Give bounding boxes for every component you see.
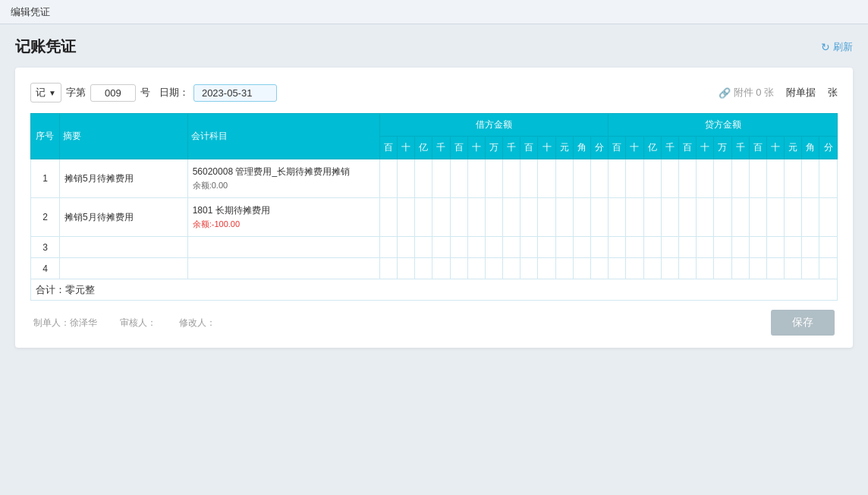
credit-cell-11[interactable] — [785, 258, 802, 279]
debit-cell-6[interactable] — [467, 237, 485, 258]
debit-cell-6[interactable] — [467, 159, 485, 198]
debit-cell-6[interactable] — [467, 198, 485, 237]
debit-cell-11[interactable] — [555, 159, 573, 198]
cell-summary[interactable]: 摊销5月待摊费用 — [59, 198, 187, 237]
credit-cell-3[interactable] — [643, 237, 661, 258]
debit-cell-5[interactable] — [450, 198, 467, 237]
debit-cell-2[interactable] — [397, 237, 414, 258]
debit-cell-8[interactable] — [503, 159, 520, 198]
credit-cell-6[interactable] — [697, 258, 714, 279]
debit-cell-13[interactable] — [591, 198, 609, 237]
credit-cell-8[interactable] — [731, 258, 749, 279]
credit-cell-9[interactable] — [749, 237, 766, 258]
table-row[interactable]: 4 — [31, 258, 838, 279]
debit-cell-10[interactable] — [538, 198, 555, 237]
credit-cell-8[interactable] — [731, 159, 749, 198]
debit-cell-8[interactable] — [503, 237, 520, 258]
credit-cell-4[interactable] — [661, 258, 678, 279]
credit-cell-10[interactable] — [766, 198, 784, 237]
debit-cell-4[interactable] — [432, 159, 450, 198]
credit-cell-9[interactable] — [749, 159, 766, 198]
credit-cell-2[interactable] — [626, 237, 643, 258]
credit-cell-1[interactable] — [609, 237, 626, 258]
refresh-button[interactable]: ↻ 刷新 — [821, 40, 853, 54]
credit-cell-11[interactable] — [785, 159, 802, 198]
credit-cell-13[interactable] — [819, 237, 838, 258]
credit-cell-13[interactable] — [819, 159, 838, 198]
attach-button[interactable]: 🔗 附件 0 张 — [719, 86, 774, 99]
debit-cell-13[interactable] — [591, 237, 609, 258]
debit-cell-10[interactable] — [538, 258, 555, 279]
debit-cell-2[interactable] — [397, 159, 414, 198]
debit-cell-4[interactable] — [432, 258, 450, 279]
credit-cell-12[interactable] — [802, 258, 819, 279]
credit-cell-7[interactable] — [714, 258, 731, 279]
cell-account[interactable]: 56020008 管理费用_长期待摊费用摊销余额:0.00 — [187, 159, 379, 198]
credit-cell-7[interactable] — [714, 198, 731, 237]
debit-cell-9[interactable] — [520, 198, 538, 237]
credit-cell-3[interactable] — [643, 159, 661, 198]
debit-cell-10[interactable] — [538, 159, 555, 198]
debit-cell-11[interactable] — [555, 198, 573, 237]
date-input[interactable] — [193, 84, 277, 102]
debit-cell-9[interactable] — [520, 237, 538, 258]
cell-summary[interactable] — [59, 237, 187, 258]
debit-cell-12[interactable] — [573, 159, 590, 198]
credit-cell-10[interactable] — [766, 237, 784, 258]
credit-cell-2[interactable] — [626, 258, 643, 279]
credit-cell-2[interactable] — [626, 198, 643, 237]
debit-cell-13[interactable] — [591, 159, 609, 198]
voucher-number-input[interactable] — [90, 84, 136, 102]
debit-cell-4[interactable] — [432, 237, 450, 258]
debit-cell-3[interactable] — [415, 159, 432, 198]
debit-cell-12[interactable] — [573, 237, 590, 258]
credit-cell-12[interactable] — [802, 159, 819, 198]
credit-cell-5[interactable] — [678, 258, 696, 279]
credit-cell-9[interactable] — [749, 198, 766, 237]
credit-cell-5[interactable] — [678, 237, 696, 258]
credit-cell-6[interactable] — [697, 198, 714, 237]
credit-cell-11[interactable] — [785, 237, 802, 258]
credit-cell-12[interactable] — [802, 198, 819, 237]
credit-cell-8[interactable] — [731, 237, 749, 258]
debit-cell-10[interactable] — [538, 237, 555, 258]
debit-cell-12[interactable] — [573, 198, 590, 237]
cell-account[interactable] — [187, 237, 379, 258]
debit-cell-2[interactable] — [397, 198, 414, 237]
debit-cell-6[interactable] — [467, 258, 485, 279]
credit-cell-4[interactable] — [661, 159, 678, 198]
credit-cell-12[interactable] — [802, 237, 819, 258]
debit-cell-2[interactable] — [397, 258, 414, 279]
table-row[interactable]: 1摊销5月待摊费用56020008 管理费用_长期待摊费用摊销余额:0.00 — [31, 159, 838, 198]
credit-cell-9[interactable] — [749, 258, 766, 279]
debit-cell-11[interactable] — [555, 258, 573, 279]
credit-cell-4[interactable] — [661, 237, 678, 258]
debit-cell-3[interactable] — [415, 258, 432, 279]
credit-cell-13[interactable] — [819, 198, 838, 237]
debit-cell-12[interactable] — [573, 258, 590, 279]
debit-cell-11[interactable] — [555, 237, 573, 258]
credit-cell-6[interactable] — [697, 159, 714, 198]
save-button[interactable]: 保存 — [771, 310, 835, 336]
credit-cell-11[interactable] — [785, 198, 802, 237]
debit-cell-13[interactable] — [591, 258, 609, 279]
credit-cell-5[interactable] — [678, 198, 696, 237]
credit-cell-8[interactable] — [731, 198, 749, 237]
credit-cell-6[interactable] — [697, 237, 714, 258]
cell-account[interactable] — [187, 258, 379, 279]
type-select[interactable]: 记 ▼ — [30, 83, 61, 102]
credit-cell-7[interactable] — [714, 237, 731, 258]
debit-cell-7[interactable] — [485, 159, 502, 198]
credit-cell-3[interactable] — [643, 198, 661, 237]
debit-cell-5[interactable] — [450, 159, 467, 198]
debit-cell-7[interactable] — [485, 198, 502, 237]
debit-cell-1[interactable] — [379, 258, 397, 279]
cell-account[interactable]: 1801 长期待摊费用余额:-100.00 — [187, 198, 379, 237]
credit-cell-4[interactable] — [661, 198, 678, 237]
credit-cell-10[interactable] — [766, 258, 784, 279]
debit-cell-5[interactable] — [450, 258, 467, 279]
debit-cell-9[interactable] — [520, 258, 538, 279]
debit-cell-7[interactable] — [485, 258, 502, 279]
debit-cell-5[interactable] — [450, 237, 467, 258]
debit-cell-8[interactable] — [503, 198, 520, 237]
